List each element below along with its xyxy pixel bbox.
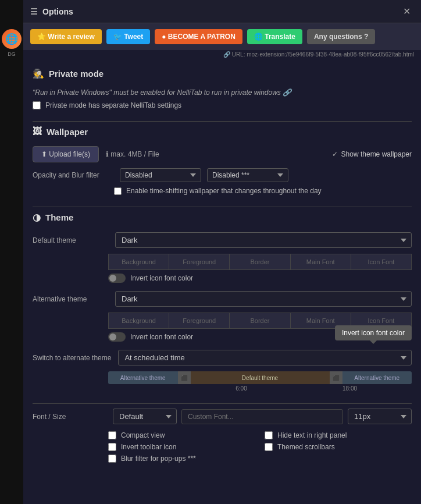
timeline-times: 6:00 18:00 xyxy=(108,385,412,392)
upload-button[interactable]: ⬆ Upload file(s) xyxy=(33,146,99,162)
custom-font-input[interactable] xyxy=(181,409,343,424)
sidebar-logo-icon: 🌐 xyxy=(2,29,22,49)
timeline-bar: Alternative theme ⬛ Default theme ⬛ Alte xyxy=(108,371,412,384)
timeline-time-right: 18:00 xyxy=(342,385,357,392)
private-mode-link[interactable]: "Run in Private Windows" must be enabled… xyxy=(33,88,412,97)
font-section: Font / Size Default 11px Compact view xyxy=(33,409,412,463)
invert-tooltip: Invert icon font color xyxy=(335,325,412,340)
url-text: 🔗 URL: moz-extension://5e9466f9-5f38-48e… xyxy=(223,51,414,58)
alt-swatch-border[interactable]: Border xyxy=(229,313,290,329)
alt-invert-label: Invert icon font color xyxy=(130,333,193,341)
swatch-background[interactable]: Background xyxy=(108,254,169,270)
compact-view-option: Compact view xyxy=(108,431,255,439)
switch-alt-label: Switch to alternate theme xyxy=(33,354,111,362)
theme-icon: ◑ xyxy=(33,212,41,223)
default-theme-label: Default theme xyxy=(33,236,108,244)
app-container: 🌐 DG ☰ Options ✕ ⭐ Write a review 🐦 Twee… xyxy=(0,0,421,504)
show-wallpaper-row: ✓ Show theme wallpaper xyxy=(332,150,412,158)
private-mode-checkbox-label: Private mode has separate NelliTab setti… xyxy=(45,101,181,109)
font-family-select[interactable]: Default xyxy=(113,409,177,424)
invert-toolbar-option: Invert toolbar icon xyxy=(108,443,255,451)
default-theme-select[interactable]: Dark xyxy=(115,232,412,248)
font-row: Font / Size Default 11px xyxy=(33,409,412,424)
max-file-info: ℹ max. 4MB / File xyxy=(106,150,159,158)
private-mode-checkbox[interactable] xyxy=(33,101,41,109)
options-icon: ☰ xyxy=(30,7,38,16)
swatch-main-font[interactable]: Main Font xyxy=(290,254,351,270)
themed-scrollbars-label: Themed scrollbars xyxy=(277,443,335,451)
timeline-time-left: 6:00 xyxy=(236,385,247,392)
patron-button[interactable]: ● BECOME A PATRON xyxy=(155,29,242,44)
wallpaper-title: Wallpaper xyxy=(47,127,88,137)
blur-popup-option: Blur filter for pop-ups *** xyxy=(108,455,255,463)
blur-popup-checkbox[interactable] xyxy=(108,455,116,463)
translate-button[interactable]: 🌐 Translate xyxy=(247,29,302,44)
show-wallpaper-label: Show theme wallpaper xyxy=(341,150,412,158)
tweet-button[interactable]: 🐦 Tweet xyxy=(106,29,150,44)
compact-view-checkbox[interactable] xyxy=(108,431,116,439)
timeline-alt-left: Alternative theme xyxy=(108,371,178,384)
switch-alt-select[interactable]: At scheduled time xyxy=(118,350,412,365)
hide-text-checkbox[interactable] xyxy=(265,431,273,439)
main-panel: ☰ Options ✕ ⭐ Write a review 🐦 Tweet ● B… xyxy=(23,0,421,504)
show-wallpaper-check: ✓ xyxy=(332,150,338,158)
compact-view-label: Compact view xyxy=(121,431,165,439)
blur-select[interactable]: Disabled *** xyxy=(207,168,288,182)
alt-theme-row: Alternative theme Dark xyxy=(33,291,412,307)
timeline-default: Default theme xyxy=(191,371,330,384)
questions-button[interactable]: Any questions ? xyxy=(307,29,375,44)
content-area: 🕵 Private mode "Run in Private Windows" … xyxy=(23,62,421,480)
time-shift-row: Enable time-shifting wallpaper that chan… xyxy=(114,187,412,195)
wallpaper-section: 🖼 Wallpaper ⬆ Upload file(s) ℹ max. 4MB … xyxy=(33,126,412,195)
theme-header: ◑ Theme xyxy=(33,212,412,225)
time-shift-checkbox[interactable] xyxy=(114,187,122,195)
sidebar-logo[interactable]: 🌐 xyxy=(2,29,22,49)
timeline-marker-right[interactable]: ⬛ xyxy=(330,371,342,384)
hide-text-option: Hide text in right panel xyxy=(265,431,412,439)
default-invert-row: Invert icon font color xyxy=(108,274,412,283)
default-theme-row: Default theme Dark xyxy=(33,232,412,248)
write-review-button[interactable]: ⭐ Write a review xyxy=(30,29,102,44)
hide-text-label: Hide text in right panel xyxy=(277,431,347,439)
sidebar-label: DG xyxy=(8,51,16,57)
opacity-label: Opacity and Blur filter xyxy=(33,171,114,179)
timeline-wrap: Alternative theme ⬛ Default theme ⬛ Alte xyxy=(108,371,412,392)
themed-scrollbars-option: Themed scrollbars xyxy=(265,443,412,451)
theme-section: ◑ Theme Default theme Dark Background Fo… xyxy=(33,212,412,392)
blur-popup-label: Blur filter for pop-ups *** xyxy=(121,455,196,463)
swatch-border[interactable]: Border xyxy=(229,254,290,270)
timeline-marker-left[interactable]: ⬛ xyxy=(178,371,191,384)
font-options-grid: Compact view Hide text in right panel In… xyxy=(108,431,412,463)
switch-alt-theme-row: Switch to alternate theme At scheduled t… xyxy=(33,350,412,365)
alt-swatch-background[interactable]: Background xyxy=(108,313,169,329)
font-size-select[interactable]: 11px xyxy=(348,409,412,424)
swatch-icon-font[interactable]: Icon Font xyxy=(351,254,412,270)
wallpaper-header: 🖼 Wallpaper xyxy=(33,126,412,139)
swatch-foreground[interactable]: Foreground xyxy=(169,254,229,270)
alt-swatch-foreground[interactable]: Foreground xyxy=(169,313,229,329)
default-invert-toggle[interactable] xyxy=(108,274,126,283)
alt-theme-select[interactable]: Dark xyxy=(115,291,412,307)
spy-icon: 🕵 xyxy=(33,68,44,79)
url-bar: 🔗 URL: moz-extension://5e9466f9-5f38-48e… xyxy=(23,50,421,62)
timeline-alt-right: Alternative theme xyxy=(342,371,412,384)
opacity-select[interactable]: Disabled xyxy=(120,168,201,182)
sidebar: 🌐 DG xyxy=(0,0,23,504)
time-shift-label: Enable time-shifting wallpaper that chan… xyxy=(126,187,322,195)
window-title: Options xyxy=(42,7,73,16)
themed-scrollbars-checkbox[interactable] xyxy=(265,443,273,451)
alt-theme-label: Alternative theme xyxy=(33,295,108,303)
filter-row: Opacity and Blur filter Disabled Disable… xyxy=(33,168,412,182)
private-mode-title: Private mode xyxy=(49,69,104,79)
alt-invert-row: Invert icon font color Invert icon font … xyxy=(108,332,412,342)
close-button[interactable]: ✕ xyxy=(399,5,414,18)
wallpaper-controls: ⬆ Upload file(s) ℹ max. 4MB / File ✓ Sho… xyxy=(33,146,412,162)
private-mode-checkbox-row: Private mode has separate NelliTab setti… xyxy=(33,101,412,109)
font-label: Font / Size xyxy=(33,413,108,421)
invert-toolbar-checkbox[interactable] xyxy=(108,443,116,451)
alt-invert-toggle[interactable] xyxy=(108,332,126,342)
wallpaper-icon: 🖼 xyxy=(33,126,42,137)
private-mode-header: 🕵 Private mode xyxy=(33,68,412,81)
theme-title: Theme xyxy=(45,212,73,222)
toolbar: ⭐ Write a review 🐦 Tweet ● BECOME A PATR… xyxy=(23,23,421,50)
